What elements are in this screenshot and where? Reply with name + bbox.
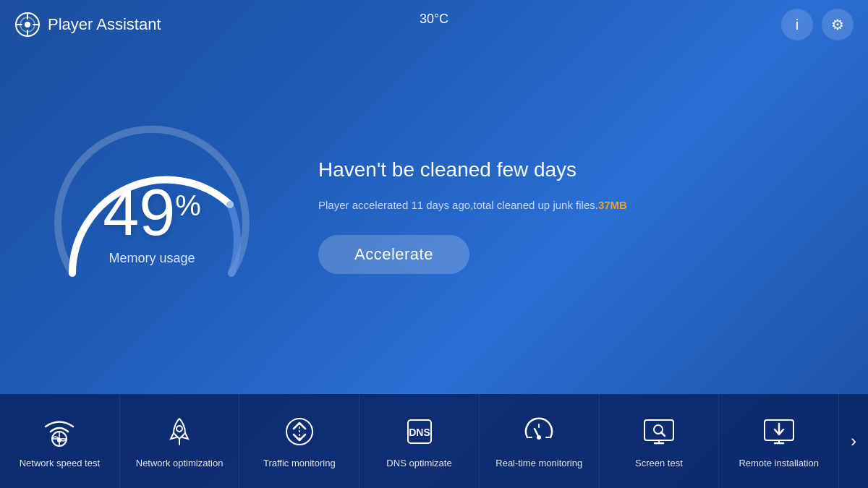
bottom-item-traffic-monitoring[interactable]: Traffic monitoring xyxy=(239,394,359,488)
header-icons: i ⚙ xyxy=(781,9,854,40)
bottom-label-dns-optimize: DNS optimizate xyxy=(386,458,451,470)
logo-area: Player Assistant xyxy=(14,12,161,38)
info-subtitle-text: Player accelerated 11 days ago,total cle… xyxy=(318,199,598,211)
bottom-item-realtime-monitoring[interactable]: Real-time monitoring xyxy=(480,394,600,488)
wifi-icon xyxy=(41,413,78,450)
info-subtitle: Player accelerated 11 days ago,total cle… xyxy=(318,197,825,214)
info-button[interactable]: i xyxy=(781,9,813,40)
gauge-percent-sign: % xyxy=(175,191,201,220)
main-content: 49% Memory usage Haven't be cleaned few … xyxy=(0,49,868,382)
gauge-center: 49% Memory usage xyxy=(103,180,201,266)
accelerate-button[interactable]: Accelerate xyxy=(318,235,469,274)
next-arrow[interactable]: › xyxy=(839,431,868,451)
temperature-display: 30°C xyxy=(420,12,448,27)
speedometer-icon xyxy=(520,413,558,450)
svg-text:DNS: DNS xyxy=(409,427,430,438)
settings-button[interactable]: ⚙ xyxy=(822,9,854,40)
bottom-label-traffic-monitoring: Traffic monitoring xyxy=(263,458,336,470)
svg-point-18 xyxy=(537,435,541,440)
svg-point-11 xyxy=(176,426,182,432)
info-panel: Haven't be cleaned few days Player accel… xyxy=(318,157,825,275)
bottom-label-network-optimization: Network optimization xyxy=(136,458,224,470)
bottom-item-network-speed-test[interactable]: Network speed test xyxy=(0,394,120,488)
monitor-download-icon xyxy=(760,413,798,450)
bottom-item-network-optimization[interactable]: Network optimization xyxy=(120,394,240,488)
info-highlight: 37MB xyxy=(598,199,627,211)
app-title: Player Assistant xyxy=(48,15,161,34)
rocket-icon xyxy=(161,413,198,450)
monitor-search-icon xyxy=(640,413,678,450)
svg-rect-22 xyxy=(644,420,673,440)
dns-icon: DNS xyxy=(401,413,438,450)
bottom-item-remote-installation[interactable]: Remote installation xyxy=(719,394,839,488)
info-title: Haven't be cleaned few days xyxy=(318,157,825,183)
bottom-item-dns-optimize[interactable]: DNS DNS optimizate xyxy=(359,394,480,488)
header: Player Assistant 30°C i ⚙ xyxy=(0,0,868,49)
bottom-items: Network speed test Network optimization xyxy=(0,394,839,488)
bottom-label-remote-installation: Remote installation xyxy=(739,458,819,470)
gauge-number: 49 xyxy=(103,180,175,245)
memory-gauge: 49% Memory usage xyxy=(43,107,260,324)
app-logo-icon xyxy=(14,12,41,38)
bottom-label-screen-test: Screen test xyxy=(635,458,683,470)
svg-point-6 xyxy=(25,22,30,27)
bottom-item-screen-test[interactable]: Screen test xyxy=(600,394,720,488)
gauge-label: Memory usage xyxy=(103,251,201,266)
svg-line-26 xyxy=(661,432,665,436)
bottom-label-network-speed-test: Network speed test xyxy=(20,458,100,470)
arrows-icon xyxy=(281,413,318,450)
bottom-bar: Network speed test Network optimization xyxy=(0,394,868,488)
gauge-percent-display: 49% xyxy=(103,180,201,245)
bottom-label-realtime-monitoring: Real-time monitoring xyxy=(495,458,582,470)
